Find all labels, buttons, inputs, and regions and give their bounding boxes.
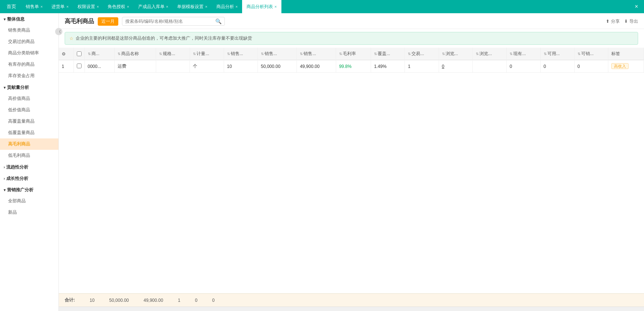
th-name[interactable]: ⇅商品名称 [114, 48, 156, 60]
close-tab-permission[interactable]: × [97, 4, 99, 9]
nav-tab-product-inbound[interactable]: 产成品入库单 × [134, 0, 173, 13]
th-checkbox[interactable] [73, 48, 84, 60]
th-tag[interactable]: 标签 [608, 48, 644, 60]
th-sales2[interactable]: ⇅销售... [258, 48, 296, 60]
th-unit[interactable]: ⇅计量... [190, 48, 224, 60]
sort-icon-sales1: ⇅ [227, 52, 230, 56]
page-title: 高毛利商品 [65, 18, 94, 25]
th-spec[interactable]: ⇅规格... [156, 48, 190, 60]
close-tab-sales[interactable]: × [40, 4, 43, 9]
share-button[interactable]: ⬆ 分享 [606, 18, 620, 25]
content-header: 高毛利商品 近一月 🔍 ⬆ 分享 ⬇ 导出 [59, 13, 644, 29]
browse1-link[interactable]: 0 [442, 64, 445, 69]
nav-tab-template[interactable]: 单据模板设置 × [173, 0, 212, 13]
th-gross-margin[interactable]: ⇅毛利率 [336, 48, 371, 60]
sidebar-group-marketing[interactable]: ▾ 营销推广分析 [0, 184, 58, 195]
th-coverage[interactable]: ⇅覆盖... [371, 48, 405, 60]
sidebar-item-low-value[interactable]: 低价值商品 [0, 104, 58, 116]
window-close-button[interactable]: × [630, 3, 643, 10]
search-icon[interactable]: 🔍 [215, 18, 222, 24]
close-tab-template[interactable]: × [205, 4, 207, 9]
cell-unit: 个 [190, 60, 224, 73]
search-input[interactable] [125, 19, 214, 24]
info-text: 企业的主要的利润都是这部分商品创造的，可考虑加大推广，同时关注库存量不要出现缺货 [76, 35, 252, 41]
group-label-marketing: 营销推广分析 [7, 187, 33, 193]
sidebar-item-category-rate[interactable]: 商品分类助销率 [0, 47, 58, 59]
sidebar-group-overall[interactable]: ▾ 整体信息 [0, 13, 58, 25]
cell-spec [156, 60, 190, 73]
th-sales3[interactable]: ⇅销售... [297, 48, 336, 60]
table-container[interactable]: ⚙ ⇅商... ⇅商品名称 ⇅规格... [59, 48, 644, 293]
group-label-flow: 流趋性分析 [6, 164, 28, 170]
sidebar-item-sales-goods[interactable]: 销售类商品 [0, 25, 58, 36]
nav-home[interactable]: 首页 [1, 0, 21, 13]
nav-tab-permission[interactable]: 权限设置 × [73, 0, 103, 13]
nav-tab-analysis[interactable]: 商品分析 × [212, 0, 242, 13]
cell-browse1[interactable]: 0 [439, 60, 472, 73]
arrow-contribution: ▾ [4, 86, 6, 90]
arrow-flow: › [4, 165, 5, 169]
sidebar-group-flow[interactable]: › 流趋性分析 [0, 161, 58, 173]
close-tab-analysis[interactable]: × [235, 4, 238, 9]
footer-label: 合计: [65, 297, 75, 303]
sidebar-item-new-goods[interactable]: 新品 [0, 207, 58, 218]
horizontal-scrollbar[interactable] [59, 307, 644, 311]
footer-sales2: 50,000.00 [109, 298, 129, 303]
sidebar-item-in-stock[interactable]: 有库存的商品 [0, 59, 58, 70]
sidebar-item-high-value[interactable]: 高价值商品 [0, 93, 58, 104]
sort-icon-spec: ⇅ [159, 52, 162, 56]
info-banner: ☆ 企业的主要的利润都是这部分商品创造的，可考虑加大推广，同时关注库存量不要出现… [65, 32, 638, 45]
select-all-checkbox[interactable] [77, 51, 82, 56]
nav-tab-role[interactable]: 角色授权 × [103, 0, 133, 13]
table-header-row: ⚙ ⇅商... ⇅商品名称 ⇅规格... [59, 48, 644, 60]
th-stock[interactable]: ⇅现有... [507, 48, 540, 60]
group-label-overall: 整体信息 [7, 16, 25, 22]
close-tab-purchase[interactable]: × [66, 4, 68, 9]
footer-browse2: 0 [212, 298, 215, 303]
sidebar-item-high-coverage[interactable]: 高覆盖量商品 [0, 116, 58, 127]
export-label: 导出 [629, 18, 638, 25]
cell-transaction: 1 [405, 60, 439, 73]
sort-icon-browse2: ⇅ [476, 52, 479, 56]
th-available[interactable]: ⇅可用... [540, 48, 574, 60]
sidebar-item-low-coverage[interactable]: 低覆盖量商品 [0, 127, 58, 138]
th-browse1[interactable]: ⇅浏览... [439, 48, 472, 60]
nav-tab-purchase[interactable]: 进货单 × [47, 0, 73, 13]
sort-icon-sales2: ⇅ [261, 52, 264, 56]
export-button[interactable]: ⬇ 导出 [624, 18, 638, 25]
th-sellable[interactable]: ⇅可销... [574, 48, 608, 60]
th-sales1[interactable]: ⇅销售... [224, 48, 258, 60]
sort-icon-coverage: ⇅ [374, 52, 377, 56]
sidebar-item-traded-goods[interactable]: 交易过的商品 [0, 36, 58, 47]
sidebar-group-contribution[interactable]: ▾ 贡献量分析 [0, 82, 58, 93]
group-label-contribution: 贡献量分析 [7, 84, 29, 91]
nav-tab-analysis-list[interactable]: 商品分析列表 × [242, 0, 281, 13]
sidebar-item-all-goods[interactable]: 全部商品 [0, 195, 58, 207]
arrow-marketing: ▾ [4, 188, 6, 192]
nav-tab-sales[interactable]: 销售单 × [21, 0, 47, 13]
row-checkbox[interactable] [77, 64, 82, 68]
filter-recent-month-button[interactable]: 近一月 [98, 17, 118, 26]
th-browse2[interactable]: ⇅浏览... [473, 48, 507, 60]
sort-icon-transaction: ⇅ [408, 52, 411, 56]
sidebar-item-low-margin[interactable]: 低毛利商品 [0, 150, 58, 161]
sidebar-collapse-button[interactable]: 《 [55, 28, 62, 35]
cell-sales2: 50,000.00 [258, 60, 296, 73]
th-code[interactable]: ⇅商... [84, 48, 114, 60]
th-settings[interactable]: ⚙ [59, 48, 73, 60]
close-tab-analysis-list[interactable]: × [274, 4, 277, 9]
arrow-growth: › [4, 177, 5, 181]
sidebar-group-growth[interactable]: › 成长性分析 [0, 173, 58, 184]
cell-checkbox[interactable] [73, 60, 84, 73]
close-tab-product-inbound[interactable]: × [166, 4, 168, 9]
sidebar: ▾ 整体信息 销售类商品 交易过的商品 商品分类助销率 有库存的商品 库存资金占… [0, 13, 59, 311]
close-tab-role[interactable]: × [127, 4, 129, 9]
sidebar-item-capital[interactable]: 库存资金占用 [0, 70, 58, 82]
th-transaction[interactable]: ⇅交易... [405, 48, 439, 60]
cell-gross-margin: 99.8% [336, 60, 371, 73]
cell-coverage: 1.49% [371, 60, 405, 73]
sort-icon-name: ⇅ [118, 52, 120, 56]
sidebar-item-high-margin[interactable]: 高毛利商品 [0, 138, 58, 150]
cell-sales3: 49,900.00 [297, 60, 336, 73]
footer-sales1: 10 [90, 298, 94, 303]
